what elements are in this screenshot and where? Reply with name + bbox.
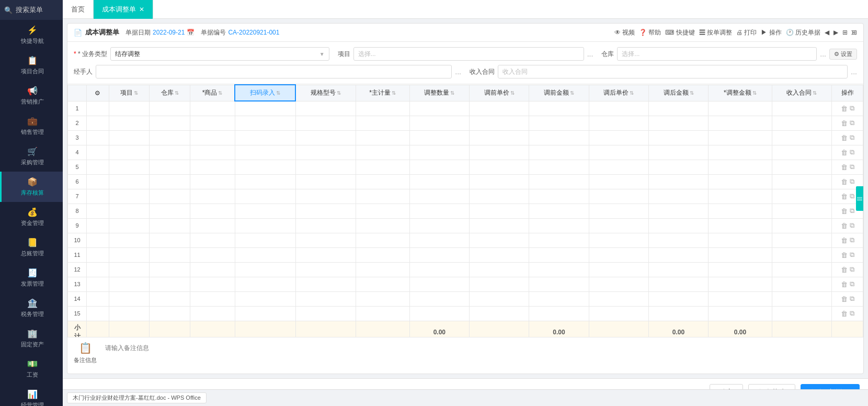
cell-adjust_amount-12[interactable] [709, 262, 772, 277]
handler-input[interactable] [96, 65, 452, 78]
cell-project-13[interactable] [109, 277, 150, 291]
sidebar-search[interactable]: 🔍 搜索菜单 [0, 0, 63, 20]
cell-spec-4[interactable] [295, 145, 356, 160]
project-dots[interactable]: ... [587, 50, 593, 58]
cell-adjust_qty-15[interactable] [409, 306, 469, 321]
sidebar-item-ledger-mgmt[interactable]: 📒 总账管理 [0, 232, 63, 263]
help-btn[interactable]: ❓ 帮助 [639, 28, 661, 37]
notes-icon-btn[interactable]: 📋 备注信息 [74, 342, 97, 364]
cell-scan-14[interactable] [235, 291, 295, 306]
cell-prev_amount-2[interactable] [529, 116, 589, 130]
cell-prev_amount-3[interactable] [529, 130, 589, 145]
cell-product-5[interactable] [190, 160, 235, 174]
cell-adjust_qty-12[interactable] [409, 262, 469, 277]
cell-warehouse-4[interactable] [150, 145, 190, 160]
cell-adjust_amount-5[interactable] [709, 160, 772, 174]
cell-income_contract-10[interactable] [772, 233, 831, 247]
cell-adjust_amount-6[interactable] [709, 174, 772, 189]
cell-income_contract-1[interactable] [772, 101, 831, 116]
copy-icon-7[interactable]: ⧉ [850, 192, 854, 200]
cell-settings-6[interactable] [87, 174, 109, 189]
cell-warehouse-3[interactable] [150, 130, 190, 145]
cell-scan-9[interactable] [235, 218, 295, 233]
copy-icon-9[interactable]: ⧉ [850, 221, 854, 230]
cell-unit-10[interactable] [356, 233, 409, 247]
cell-spec-3[interactable] [295, 130, 356, 145]
cell-income_contract-11[interactable] [772, 247, 831, 262]
cell-prev_amount-10[interactable] [529, 233, 589, 247]
cell-unit-12[interactable] [356, 262, 409, 277]
cell-adjust_qty-1[interactable] [409, 101, 469, 116]
delete-icon-6[interactable]: 🗑 [841, 178, 848, 186]
cell-adjust_amount-14[interactable] [709, 291, 772, 306]
col-scan[interactable]: 扫码录入⇅ [235, 85, 295, 101]
settings-button[interactable]: ⚙ 设置 [829, 49, 857, 60]
history-btn[interactable]: 🕐 历史单据 [786, 28, 820, 37]
sidebar-item-inventory[interactable]: 📦 库存核算 [0, 172, 63, 202]
sort-up-prev_unit_price[interactable]: ⇅ [510, 90, 515, 96]
delete-icon-4[interactable]: 🗑 [841, 149, 848, 156]
cell-adjust_amount-3[interactable] [709, 130, 772, 145]
cell-prev_amount-12[interactable] [529, 262, 589, 277]
cell-prev_unit_price-14[interactable] [470, 291, 529, 306]
cell-after_unit_price-4[interactable] [589, 145, 648, 160]
cell-project-4[interactable] [109, 145, 150, 160]
sidebar-item-sales-mgmt[interactable]: 💼 销售管理 [0, 111, 63, 141]
print-btn[interactable]: 🖨 打印 [736, 28, 757, 37]
cell-product-11[interactable] [190, 247, 235, 262]
cell-unit-15[interactable] [356, 306, 409, 321]
cell-adjust_qty-3[interactable] [409, 130, 469, 145]
delete-icon-12[interactable]: 🗑 [841, 266, 848, 274]
cell-spec-12[interactable] [295, 262, 356, 277]
copy-icon-15[interactable]: ⧉ [850, 309, 854, 318]
cell-project-6[interactable] [109, 174, 150, 189]
cell-warehouse-9[interactable] [150, 218, 190, 233]
cell-prev_unit_price-15[interactable] [470, 306, 529, 321]
cell-product-7[interactable] [190, 189, 235, 204]
cell-after_amount-9[interactable] [648, 218, 708, 233]
sort-up-product[interactable]: ⇅ [218, 90, 222, 96]
cell-after_unit_price-13[interactable] [589, 277, 648, 291]
right-edge-handle[interactable]: ||| [856, 186, 863, 211]
cell-after_unit_price-1[interactable] [589, 101, 648, 116]
sort-up-project[interactable]: ⇅ [134, 90, 138, 96]
cell-prev_amount-9[interactable] [529, 218, 589, 233]
cell-settings-9[interactable] [87, 218, 109, 233]
cell-adjust_qty-11[interactable] [409, 247, 469, 262]
cell-after_amount-10[interactable] [648, 233, 708, 247]
delete-icon-11[interactable]: 🗑 [841, 251, 848, 259]
cell-prev_amount-4[interactable] [529, 145, 589, 160]
cell-scan-13[interactable] [235, 277, 295, 291]
cell-scan-8[interactable] [235, 204, 295, 218]
cell-adjust_amount-15[interactable] [709, 306, 772, 321]
cell-adjust_amount-9[interactable] [709, 218, 772, 233]
cell-after_unit_price-3[interactable] [589, 130, 648, 145]
cell-after_amount-12[interactable] [648, 262, 708, 277]
cell-unit-8[interactable] [356, 204, 409, 218]
cell-spec-13[interactable] [295, 277, 356, 291]
copy-icon-4[interactable]: ⧉ [850, 148, 854, 156]
cell-adjust_qty-13[interactable] [409, 277, 469, 291]
cell-after_amount-4[interactable] [648, 145, 708, 160]
cell-settings-2[interactable] [87, 116, 109, 130]
cell-warehouse-2[interactable] [150, 116, 190, 130]
copy-icon-1[interactable]: ⧉ [850, 104, 854, 112]
nav-next-btn[interactable]: ▶ [833, 29, 838, 36]
cell-spec-2[interactable] [295, 116, 356, 130]
cell-project-8[interactable] [109, 204, 150, 218]
cell-warehouse-10[interactable] [150, 233, 190, 247]
cell-income_contract-8[interactable] [772, 204, 831, 218]
cell-settings-7[interactable] [87, 189, 109, 204]
cell-project-3[interactable] [109, 130, 150, 145]
cell-prev_amount-15[interactable] [529, 306, 589, 321]
cell-after_unit_price-14[interactable] [589, 291, 648, 306]
cell-after_unit_price-5[interactable] [589, 160, 648, 174]
cell-after_unit_price-2[interactable] [589, 116, 648, 130]
delete-icon-8[interactable]: 🗑 [841, 207, 848, 215]
cell-adjust_amount-10[interactable] [709, 233, 772, 247]
cell-warehouse-7[interactable] [150, 189, 190, 204]
delete-icon-2[interactable]: 🗑 [841, 119, 848, 127]
copy-icon-14[interactable]: ⧉ [850, 295, 854, 303]
cell-prev_unit_price-13[interactable] [470, 277, 529, 291]
cell-adjust_amount-1[interactable] [709, 101, 772, 116]
